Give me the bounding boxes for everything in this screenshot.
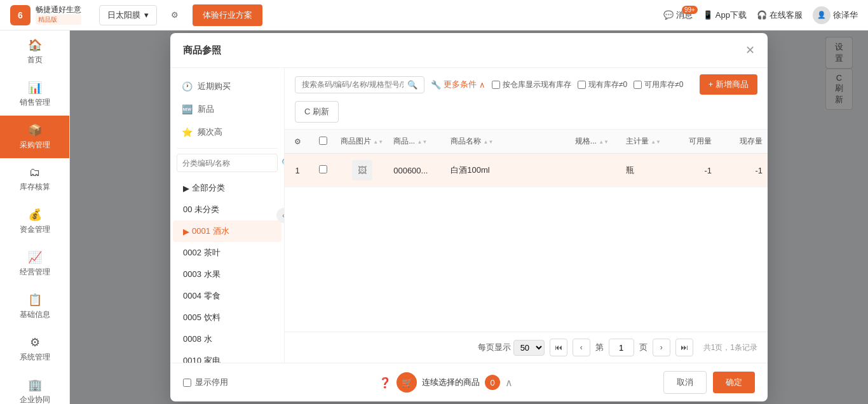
cart-info: ❓ 🛒 连续选择的商品 0 ∧ [379,372,513,393]
sidebar-item-finance[interactable]: 💰 资金管理 [0,200,69,243]
page-number-input[interactable] [609,339,634,356]
table-row[interactable]: 1 🖼 [285,154,768,187]
filter-button[interactable]: 🔧 更多条件 ∧ [431,79,485,90]
row-checkbox[interactable] [319,165,327,173]
add-product-button[interactable]: + 新增商品 [700,74,757,95]
modal-overlay: 商品参照 ✕ 🕐 近期购买 🆕 [70,30,868,404]
show-disabled-checkbox-label[interactable]: 显示停用 [183,377,228,388]
user-nav-item[interactable]: 👤 徐泽华 [813,6,858,24]
tab-new-product[interactable]: 🆕 新品 [175,98,279,120]
sidebar-item-inventory[interactable]: 🗂 库存核算 [0,158,69,200]
sales-icon: 📊 [28,81,42,95]
avail-nonzero-checkbox[interactable] [634,81,642,89]
tab-recent-purchase[interactable]: 🕐 近期购买 [175,76,279,97]
logo-text-area: 畅捷通好生意 精品版 [36,5,81,25]
checkbox-stock-nonzero[interactable]: 现有库存≠0 [578,79,627,90]
category-00[interactable]: 00 未分类 [173,199,281,220]
sidebar-item-basic[interactable]: 📋 基础信息 [0,285,69,328]
help-icon[interactable]: ❓ [379,377,391,389]
home-icon: 🏠 [28,38,42,52]
app-badge: 精品版 [36,15,81,25]
show-disabled-checkbox[interactable] [183,379,191,387]
star-icon: ⭐ [182,127,193,137]
confirm-button[interactable]: 确定 [713,372,755,393]
basic-icon: 📋 [28,293,42,307]
row-num: 1 [285,154,310,187]
message-icon: 💬 [663,10,674,20]
sidebar-item-enterprise[interactable]: 🏢 企业协同 [0,370,69,404]
checkbox-by-warehouse[interactable]: 按仓库显示现有库存 [492,79,571,90]
sidebar-item-purchase[interactable]: 📦 采购管理 [0,116,69,158]
category-search-box: 🔍 [177,154,278,172]
messages-nav-item[interactable]: 💬 消息 99+ [663,10,693,21]
tab-frequent[interactable]: ⭐ 频次高 [175,121,279,143]
table-header-row: ⚙ 商品图片 ▲▼ [285,130,768,154]
product-search-input[interactable] [302,80,403,89]
system-icon: ⚙ [30,335,40,349]
category-0004[interactable]: 0004 零食 [173,285,281,307]
sidebar-item-sales[interactable]: 📊 销售管理 [0,73,69,116]
table-settings-icon[interactable]: ⚙ [294,137,301,146]
prev-page-button[interactable]: ‹ [573,339,590,356]
row-code: 000600... [388,154,445,187]
store-selector[interactable]: 日太阳膜 ▾ [99,5,157,25]
category-0008[interactable]: 0008 水 [173,328,281,350]
by-warehouse-checkbox[interactable] [492,81,500,89]
row-spec [570,154,621,187]
th-checkbox [310,130,336,154]
modal-body: 🕐 近期购买 🆕 新品 ⭐ 频次高 [170,68,768,363]
product-image: 🖼 [352,160,372,180]
category-arrow-icon: ▶ [183,184,189,193]
stock-nonzero-checkbox[interactable] [578,81,586,89]
category-0003[interactable]: 0003 水果 [173,264,281,285]
sort-icon-unit: ▲▼ [651,140,661,145]
category-0002[interactable]: 0002 茶叶 [173,242,281,264]
category-all[interactable]: ▶ 全部分类 [173,177,281,199]
first-page-button[interactable]: ⏮ [550,339,567,356]
cancel-button[interactable]: 取消 [663,371,707,394]
category-search-icon[interactable]: 🔍 [281,158,285,168]
app-name: 畅捷通好生意 [36,5,81,15]
modal-close-button[interactable]: ✕ [745,43,755,57]
collapse-cart-icon[interactable]: ∧ [505,377,513,389]
sidebar-item-home[interactable]: 🏠 首页 [0,30,69,73]
checkbox-avail-nonzero[interactable]: 可用库存≠0 [634,79,683,90]
modal-footer: 显示停用 ❓ 🛒 连续选择的商品 0 ∧ 取消 确定 [170,363,768,401]
product-search-box: 🔍 [295,76,424,93]
headset-icon: 🎧 [757,10,767,20]
settings-icon[interactable]: ⚙ [165,5,185,25]
next-page-button[interactable]: › [653,339,670,356]
th-settings[interactable]: ⚙ [285,130,310,154]
logo-area: 6 畅捷通好生意 精品版 [10,5,86,25]
select-all-checkbox[interactable] [319,137,327,145]
pagination-bar: 每页显示 50 ⏮ ‹ 第 页 › ⏭ [285,332,768,363]
page-size-select[interactable]: 50 [513,340,545,356]
th-unit: 主计量 ▲▼ [621,130,666,154]
enterprise-icon: 🏢 [28,378,42,392]
sidebar-item-operations[interactable]: 📈 经营管理 [0,243,69,285]
product-table: ⚙ 商品图片 ▲▼ [285,130,768,187]
last-page-button[interactable]: ⏭ [675,339,693,356]
category-0001[interactable]: ▶ 0001 酒水 [173,220,281,242]
sidebar: 🏠 首页 📊 销售管理 📦 采购管理 🗂 库存核算 💰 资金管理 📈 经营管理 … [0,30,70,404]
experience-button[interactable]: 体验行业方案 [193,4,262,26]
category-search-input[interactable] [182,159,278,168]
product-reference-modal: 商品参照 ✕ 🕐 近期购买 🆕 [170,33,768,401]
chevron-down-icon: ▾ [144,10,149,20]
sidebar-item-system[interactable]: ⚙ 系统管理 [0,328,69,370]
product-table-container: ⚙ 商品图片 ▲▼ [285,130,768,332]
cart-icon[interactable]: 🛒 [397,372,417,393]
sort-icon-spec: ▲▼ [599,140,609,145]
search-icon[interactable]: 🔍 [407,80,417,90]
category-0010[interactable]: 0010 家电 [173,350,281,363]
category-0005[interactable]: 0005 饮料 [173,307,281,328]
sort-icon-code: ▲▼ [417,140,428,145]
th-code: 商品... ▲▼ [388,130,445,154]
logo-icon: 6 [10,5,31,25]
row-available: -1 [666,154,717,187]
toolbar: 🔍 🔧 更多条件 ∧ 按仓库显示现有库存 [285,68,768,130]
app-download-nav-item[interactable]: 📱 App下载 [703,10,747,21]
online-service-nav-item[interactable]: 🎧 在线客服 [757,10,803,21]
refresh-button[interactable]: C 刷新 [295,101,339,123]
finance-icon: 💰 [28,208,42,222]
